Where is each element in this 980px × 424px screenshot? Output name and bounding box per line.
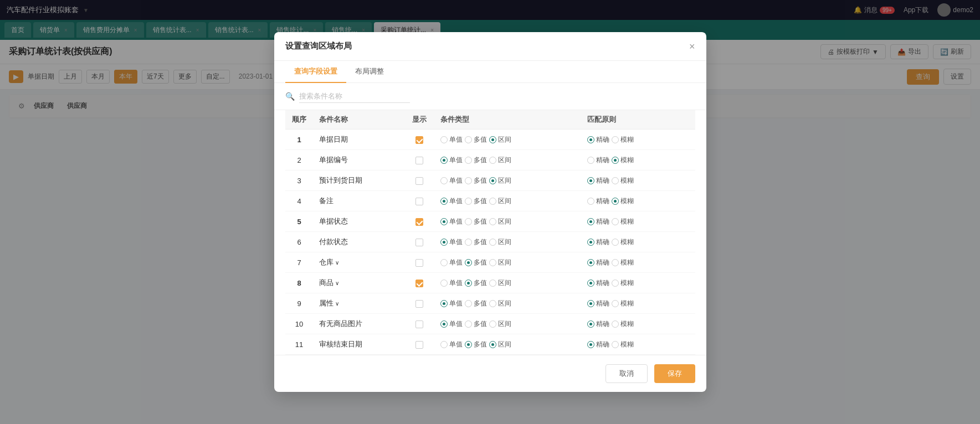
col-display: 显示 (404, 110, 435, 123)
col-order: 顺序 (285, 110, 314, 123)
tab-layout-adjust[interactable]: 布局调整 (346, 61, 393, 83)
search-input[interactable] (299, 90, 410, 103)
tab-layout-adjust-label: 布局调整 (355, 67, 384, 75)
modal-title: 设置查询区域布局 (285, 41, 352, 51)
col-name: 条件名称 (314, 110, 404, 123)
modal-search-area: 🔍 (274, 83, 706, 110)
col-type: 条件类型 (435, 110, 582, 123)
modal-tabs: 查询字段设置 布局调整 (274, 61, 706, 83)
modal-overlay: 设置查询区域布局 × 查询字段设置 布局调整 🔍 顺序 条件名称 (0, 0, 980, 123)
modal-dialog: 设置查询区域布局 × 查询字段设置 布局调整 🔍 顺序 条件名称 (274, 32, 706, 123)
conditions-table: 顺序 条件名称 显示 条件类型 匹配原则 1单据日期单值多值区间精确模糊2单据编… (285, 110, 695, 123)
tab-field-settings-label: 查询字段设置 (294, 67, 337, 75)
col-match: 匹配原则 (582, 110, 695, 123)
modal-table-container: 顺序 条件名称 显示 条件类型 匹配原则 1单据日期单值多值区间精确模糊2单据编… (274, 110, 706, 123)
modal-header: 设置查询区域布局 × (274, 32, 706, 61)
tab-field-settings[interactable]: 查询字段设置 (285, 61, 346, 83)
search-icon: 🔍 (285, 92, 295, 101)
modal-close-button[interactable]: × (689, 42, 695, 51)
table-header: 顺序 条件名称 显示 条件类型 匹配原则 (285, 110, 695, 123)
